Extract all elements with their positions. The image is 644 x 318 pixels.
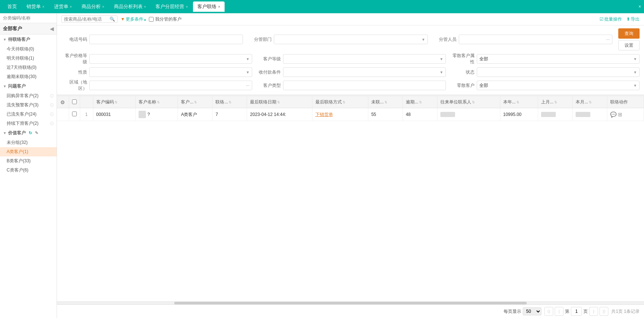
query-button[interactable]: 查询 [618,28,640,39]
filter-label-status: 状态 [449,69,475,75]
th-uncontacted[interactable]: 未联... ⇅ [368,96,402,108]
filter-bar: 🔍 ▼ 更多条件 ▴ 我分管的客户 ☑ 批量操作 ⬆ 导出 [57,13,644,25]
column-settings-icon[interactable]: ⚙ [60,99,65,105]
filter-input-status[interactable]: ▼ [477,67,640,77]
th-last-contact-date[interactable]: 最后联络日期 ⇅ [247,96,312,108]
th-overdue[interactable]: 逾期... ⇅ [402,96,437,108]
sidebar-item-a-class[interactable]: A类客户(1) [0,147,57,156]
filter-search-box: 🔍 [61,15,118,23]
last-contact-method-value[interactable]: 下销货单 [315,112,333,117]
th-contact-count[interactable]: 联络... ⇅ [212,96,247,108]
group-pending-contact[interactable]: ▼ 待联络客户 [0,35,57,45]
filter-input-price-level[interactable]: ▼ [89,54,252,64]
close-tab-product-list-icon[interactable]: × [144,5,146,9]
tab-product-analysis-list[interactable]: 商品分析列表 × [110,1,151,12]
sidebar-item-churned[interactable]: 已流失客户(24) ⓘ [0,110,57,119]
th-this-month-label: 本月... [576,99,588,105]
sidebar-item-c-class[interactable]: C类客户(6) [0,166,57,175]
tab-customer-segment[interactable]: 客户分层经营 × [151,1,192,12]
all-customers-header[interactable]: 全部客户 ◀ [0,23,57,35]
tab-purchase-order[interactable]: 进货单 × [50,1,76,12]
tab-sales-order[interactable]: 销货单 × [22,1,49,12]
next-page-button[interactable]: ⟩ [589,307,598,316]
sort-last-contact-date-icon: ⇅ [277,100,280,104]
filter-input-customer-type[interactable] [283,81,446,90]
last-month-placeholder [541,112,556,117]
sidebar-item-tomorrow[interactable]: 明天待联络(1) [0,54,57,63]
filter-label-retail-customer: 零散客户 [449,82,475,89]
th-last-month[interactable]: 上月... ⇅ [538,96,572,108]
th-this-year[interactable]: 本年... ⇅ [500,96,538,108]
close-tab-product-analysis-icon[interactable]: × [102,5,104,9]
th-customer-code[interactable]: 客户编码 ⇅ [93,96,135,108]
close-all-button[interactable]: × [638,4,641,9]
tab-product-analysis[interactable]: 商品分析 × [77,1,109,12]
export-label: 导出 [631,16,640,22]
filter-input-region[interactable]: ··· [89,81,252,90]
th-this-month[interactable]: 本月... ⇅ [572,96,607,108]
sidebar-item-repurchase-label: 回购异常客户(2) [7,93,50,99]
td-last-contact-method: 下销货单 [312,108,368,121]
export-button[interactable]: ⬆ 导出 [626,16,640,22]
region-dots-icon[interactable]: ··· [246,83,250,88]
set-button[interactable]: 设置 [618,40,640,50]
info-icon-2: ⓘ [50,103,54,108]
qr-action-icon[interactable]: ⊞ [618,112,622,117]
close-tab-contact-icon[interactable]: × [218,5,220,9]
th-related-contact[interactable]: 往来单位联系人 ⇅ [437,96,500,108]
sidebar-item-repurchase-abnormal[interactable]: 回购异常客户(2) ⓘ [0,91,57,100]
close-tab-purchase-icon[interactable]: × [70,5,72,9]
th-customer-type[interactable]: 客户... ⇅ [178,96,212,108]
filter-input-customer-level[interactable]: ▼ [283,54,446,64]
manager-dots-icon[interactable]: ··· [606,37,610,42]
sidebar-item-b-class[interactable]: B类客户(33) [0,156,57,166]
filter-label-manager: 分管人员 [431,36,457,43]
chat-action-icon[interactable]: 💬 [610,112,616,117]
select-all-checkbox[interactable] [72,99,77,104]
sidebar-item-ungrouped[interactable]: 未分组(32) [0,138,57,147]
sidebar-item-overdue[interactable]: 逾期未联络(30) [0,72,57,81]
filter-more-button[interactable]: ▼ 更多条件 ▴ [121,16,146,22]
filter-search-input[interactable] [64,17,108,22]
th-last-contact-method[interactable]: 最后联络方式 ⇅ [312,96,368,108]
tab-customer-contact[interactable]: 客户联络 × [193,1,225,12]
th-checkbox [69,96,80,108]
current-page-input[interactable] [571,307,582,316]
filter-search-icon[interactable]: 🔍 [110,17,115,22]
row-checkbox[interactable] [72,112,77,116]
batch-op-button[interactable]: ☑ 批量操作 [600,16,622,22]
filter-input-manager[interactable]: ··· [459,35,612,44]
th-customer-name[interactable]: 客户名称 ⇅ [135,96,178,108]
edit-icon[interactable]: ✎ [35,131,38,135]
group-problem-customers[interactable]: ▼ 问题客户 [0,81,57,91]
scrollbar-thumb[interactable] [174,302,526,304]
refresh-icon[interactable]: ↻ [29,131,32,135]
customer-level-dropdown-icon: ▼ [440,57,443,61]
nav-home[interactable]: 首页 [3,3,21,10]
last-contact-date-value: 2023-04-12 14:44: [250,112,286,117]
close-tab-sales-order-icon[interactable]: × [42,5,44,9]
last-page-button[interactable]: ⟩⟩ [600,307,608,316]
tab-product-analysis-list-label: 商品分析列表 [114,3,143,10]
first-page-button[interactable]: ⟨⟨ [544,307,553,316]
filter-input-phone[interactable] [89,35,243,44]
filter-input-retail-customer[interactable]: 全部 ▼ [477,81,640,90]
filter-input-nature[interactable]: ▼ [89,67,252,77]
sidebar-item-churn-warning[interactable]: 流失预警客户(3) ⓘ [0,100,57,110]
group-value-customers[interactable]: ▼ 价值客户 ↻ ✎ [0,128,57,138]
advanced-filter: 电话号码 分管部门 ▼ 分管人员 ··· [57,25,644,95]
sidebar-search-input[interactable] [3,15,57,21]
sidebar-item-declining[interactable]: 持续下滑客户(2) ⓘ [0,119,57,128]
prev-page-button[interactable]: ⟨ [555,307,564,316]
group-problem-arrow-icon: ▼ [3,84,7,88]
close-tab-segment-icon[interactable]: × [186,5,188,9]
filter-input-retail-attr[interactable]: 全部 ▼ [477,54,640,64]
filter-input-payment[interactable]: ▼ [283,67,446,77]
main-layout: 🔍 全部客户 ◀ ▼ 待联络客户 今天待联络(0) 明天待联络(1) 近7天待联… [0,13,644,318]
filter-input-dept[interactable]: ▼ [274,35,427,44]
per-page-dropdown[interactable]: 50 10 20 100 [523,307,541,315]
sidebar-item-today[interactable]: 今天待联络(0) [0,45,57,54]
sidebar-item-7days[interactable]: 近7天待联络(0) [0,63,57,72]
my-customers-checkbox[interactable] [149,17,154,22]
sidebar-collapse-icon[interactable]: ◀ [50,26,54,32]
